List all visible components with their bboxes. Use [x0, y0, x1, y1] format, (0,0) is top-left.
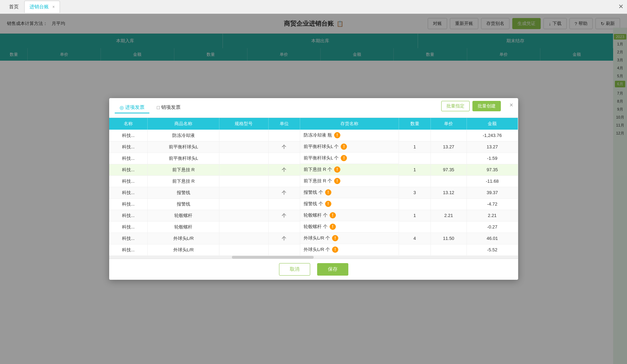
cell-spec: [219, 187, 268, 198]
cell-quantity: 3: [399, 187, 430, 198]
tab-in-invoice[interactable]: ◎ 进项发票: [115, 102, 149, 113]
cell-product: 外球头L/R: [148, 233, 219, 244]
cell-spec: [219, 130, 268, 141]
cell-spec: [219, 233, 268, 244]
cell-inventory: 防冻冷却液 瓶!: [300, 130, 399, 141]
cell-amount: 13.27: [467, 141, 518, 153]
table-row: 科技... 外球头L/R 个 外球头L/R 个! 4 11.50 46.01: [109, 233, 518, 244]
cell-unit: [268, 130, 300, 141]
cell-name: 科技...: [109, 233, 148, 244]
cell-name: 科技...: [109, 130, 148, 141]
cell-unit-price: [430, 198, 467, 210]
cell-name: 科技...: [109, 175, 148, 187]
cell-spec: [219, 141, 268, 153]
col-spec: 规格型号: [219, 118, 268, 130]
modal-close-button[interactable]: ×: [510, 102, 513, 109]
btn-batch-create[interactable]: 批量创建: [472, 101, 501, 111]
cell-spec: [219, 210, 268, 221]
cell-name: 科技...: [109, 198, 148, 210]
cell-unit: 个: [268, 233, 300, 244]
modal-toolbar: 批量指定 批量创建: [441, 101, 501, 111]
modal-header: ◎ 进项发票 □ 销项发票 批量指定 批量创建 ×: [109, 98, 518, 118]
cell-product: 防冻冷却液: [148, 130, 219, 141]
tab-in-icon: ◎: [120, 105, 124, 110]
table-header-row: 名称 商品名称 规格型号 单位 存货名称 数量 单价 金额: [109, 118, 518, 130]
cell-unit: 个: [268, 164, 300, 175]
tab-active-close[interactable]: ×: [52, 5, 55, 9]
tab-active-label: 进销台账: [29, 4, 49, 10]
cell-name: 科技...: [109, 141, 148, 153]
cell-amount: -1.59: [467, 153, 518, 164]
window-close-button[interactable]: ✕: [618, 3, 624, 10]
cell-product: 外球头L/R: [148, 244, 219, 255]
modal-table-body: 科技... 防冻冷却液 防冻冷却液 瓶! -1,243.76 科技... 前平衡…: [109, 130, 518, 255]
cell-quantity: 4: [399, 233, 430, 244]
table-row: 科技... 前平衡杆球头L 前平衡杆球头L 个! -1.59: [109, 153, 518, 164]
cell-inventory: 外球头L/R 个!: [300, 244, 399, 255]
cell-unit: [268, 153, 300, 164]
cell-unit: 个: [268, 210, 300, 221]
col-inventory: 存货名称: [300, 118, 399, 130]
table-row: 科技... 前下悬挂 R 前下悬挂 R 个! -11.68: [109, 175, 518, 187]
modal-dialog: ◎ 进项发票 □ 销项发票 批量指定 批量创建 × 名称: [109, 98, 518, 280]
btn-save[interactable]: 保存: [317, 263, 348, 276]
cell-quantity: [399, 244, 430, 255]
cell-inventory: 前下悬挂 R 个!: [300, 175, 399, 187]
cell-product: 前下悬挂 R: [148, 175, 219, 187]
cell-unit-price: 97.35: [430, 164, 467, 175]
cell-inventory: 外球头L/R 个!: [300, 233, 399, 244]
cell-inventory: 前平衡杆球头L 个!: [300, 153, 399, 164]
table-row: 科技... 轮毂螺杆 个 轮毂螺杆 个! 1 2.21 2.21: [109, 210, 518, 221]
cell-unit-price: [430, 130, 467, 141]
cell-product: 前平衡杆球头L: [148, 153, 219, 164]
btn-cancel[interactable]: 取消: [279, 263, 310, 276]
warning-icon: !: [341, 155, 347, 161]
main-content: 销售成本计算方法： 月平均 商贸企业进销台账 📋 对账 重新开账 存货别名 生成…: [0, 14, 627, 364]
col-quantity: 数量: [399, 118, 430, 130]
cell-product: 轮毂螺杆: [148, 210, 219, 221]
warning-icon: !: [334, 166, 340, 173]
tab-active[interactable]: 进销台账 ×: [24, 1, 60, 13]
col-product: 商品名称: [148, 118, 219, 130]
cell-amount: 2.21: [467, 210, 518, 221]
scrollbar-thumb[interactable]: [232, 256, 314, 259]
cell-amount: 39.37: [467, 187, 518, 198]
tab-bar: 首页 进销台账 × ✕: [0, 0, 627, 14]
cell-amount: 97.35: [467, 164, 518, 175]
cell-unit: [268, 175, 300, 187]
cell-amount: -5.52: [467, 244, 518, 255]
cell-quantity: [399, 130, 430, 141]
cell-product: 轮毂螺杆: [148, 221, 219, 233]
cell-amount: -11.68: [467, 175, 518, 187]
cell-spec: [219, 198, 268, 210]
modal-footer: 取消 保存: [109, 259, 518, 280]
cell-unit: 个: [268, 141, 300, 153]
cell-quantity: [399, 175, 430, 187]
col-unit: 单位: [268, 118, 300, 130]
cell-name: 科技...: [109, 153, 148, 164]
horizontal-scrollbar[interactable]: [109, 256, 518, 259]
warning-icon: !: [341, 144, 347, 150]
cell-name: 科技...: [109, 187, 148, 198]
cell-spec: [219, 221, 268, 233]
cell-name: 科技...: [109, 221, 148, 233]
cell-inventory: 前平衡杆球头L 个!: [300, 141, 399, 153]
cell-inventory: 轮毂螺杆 个!: [300, 210, 399, 221]
tab-home[interactable]: 首页: [3, 1, 24, 13]
cell-unit: 个: [268, 187, 300, 198]
cell-unit-price: 11.50: [430, 233, 467, 244]
modal-overlay: ◎ 进项发票 □ 销项发票 批量指定 批量创建 × 名称: [0, 14, 627, 364]
cell-quantity: [399, 153, 430, 164]
modal-table: 名称 商品名称 规格型号 单位 存货名称 数量 单价 金额 科技... 防冻冷却…: [109, 118, 518, 256]
cell-spec: [219, 175, 268, 187]
col-name: 名称: [109, 118, 148, 130]
tab-out-invoice[interactable]: □ 销项发票: [152, 102, 185, 113]
cell-quantity: [399, 221, 430, 233]
invoice-table: 名称 商品名称 规格型号 单位 存货名称 数量 单价 金额 科技... 防冻冷却…: [109, 118, 518, 256]
cell-product: 报警线: [148, 198, 219, 210]
cell-name: 科技...: [109, 210, 148, 221]
warning-icon: !: [325, 201, 331, 207]
cell-unit-price: [430, 221, 467, 233]
btn-batch-assign[interactable]: 批量指定: [441, 101, 470, 111]
col-amount: 金额: [467, 118, 518, 130]
